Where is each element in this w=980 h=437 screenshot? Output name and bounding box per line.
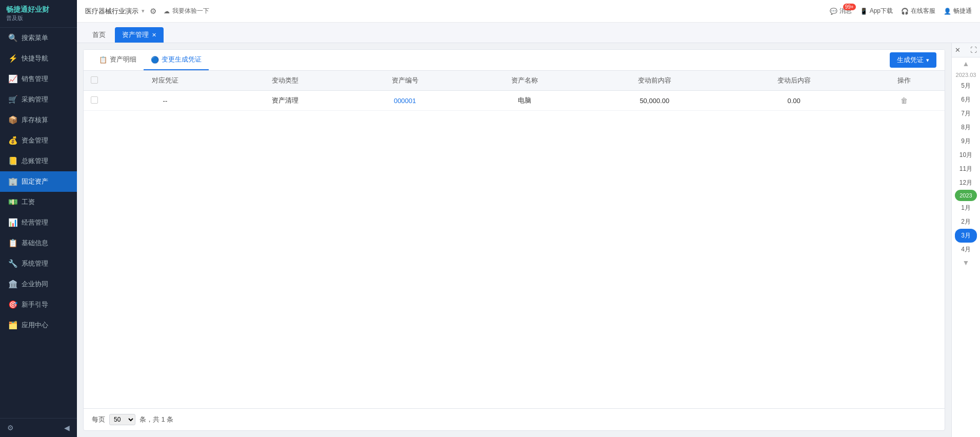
table-container: 对应凭证 变动类型 资产编号 资产名称 变动前内容 变动后内容 操作 -- 资产… xyxy=(84,71,945,408)
sidebar-icon-ledger: 📒 xyxy=(8,156,17,166)
tab-close-asset-mgmt[interactable]: ✕ xyxy=(152,32,156,38)
month-item-7月[interactable]: 7月 xyxy=(952,107,980,121)
sidebar-label-fixed-assets: 固定资产 xyxy=(22,177,48,186)
month-item-5月[interactable]: 5月 xyxy=(952,79,980,93)
tab-label-home: 首页 xyxy=(92,30,106,39)
sidebar-footer: ⚙ ◀ xyxy=(0,418,77,437)
topbar-online-service[interactable]: 🎧 在线客服 xyxy=(901,7,935,15)
table-body: -- 资产清理 000001 电脑 50,000.00 0.00 🗑 xyxy=(84,91,945,111)
month-item-9月[interactable]: 9月 xyxy=(952,134,980,148)
per-page-select[interactable]: 102050100 xyxy=(109,414,135,425)
sidebar-item-operations[interactable]: 📊 经营管理 xyxy=(0,212,77,233)
topbar-message[interactable]: 💬 消息 99+ xyxy=(830,7,852,15)
cell-action-0: 🗑 xyxy=(864,91,945,111)
experience-button[interactable]: ☁ 我要体验一下 xyxy=(164,7,209,15)
sidebar-icon-basic-info: 📋 xyxy=(8,239,17,248)
sidebar-item-funds[interactable]: 💰 资金管理 xyxy=(0,130,77,151)
sidebar-item-basic-info[interactable]: 📋 基础信息 xyxy=(0,233,77,253)
year-2023-label: 2023 xyxy=(955,190,977,201)
month-item-6月[interactable]: 6月 xyxy=(952,93,980,107)
subtab-label-change-voucher: 变更生成凭证 xyxy=(162,55,202,64)
month-item-1月[interactable]: 1月 xyxy=(952,201,980,215)
topbar-label-user: 畅捷通 xyxy=(953,7,972,15)
sidebar: 畅捷通好业财 普及版 🔍 搜索菜单 ⚡ 快捷导航 📈 销售管理 🛒 采购管理 📦… xyxy=(0,0,77,437)
topbar-app-download[interactable]: 📱 App下载 xyxy=(860,7,893,15)
sidebar-item-ledger[interactable]: 📒 总账管理 xyxy=(0,151,77,171)
month-item-4月[interactable]: 4月 xyxy=(952,243,980,256)
date-scroll-down-button[interactable]: ▼ xyxy=(952,256,980,269)
header-asset-name: 资产名称 xyxy=(465,71,585,91)
month-item-10月[interactable]: 10月 xyxy=(952,148,980,162)
month-item-12月[interactable]: 12月 xyxy=(952,176,980,190)
experience-text: 我要体验一下 xyxy=(172,7,209,15)
header-checkbox-col xyxy=(84,71,105,91)
sidebar-label-system: 系统管理 xyxy=(22,259,48,268)
month-item-3月[interactable]: 3月 xyxy=(955,229,977,243)
month-item-2月[interactable]: 2月 xyxy=(952,215,980,229)
subtab-change-voucher[interactable]: 🔵变更生成凭证 xyxy=(144,50,209,70)
topbar-label-app-download: App下载 xyxy=(870,7,893,15)
company-selector[interactable]: 医疗器械行业演示 ▾ xyxy=(85,7,145,16)
date-scroll-up-button[interactable]: ▲ xyxy=(952,57,980,70)
sidebar-label-funds: 资金管理 xyxy=(22,136,48,145)
cell-change-type-0: 资产清理 xyxy=(225,91,345,111)
month-item-8月[interactable]: 8月 xyxy=(952,121,980,134)
panel-expand-button[interactable]: ⛶ xyxy=(970,46,977,54)
header-change-type: 变动类型 xyxy=(225,71,345,91)
sidebar-item-fixed-assets[interactable]: 🏢 固定资产 xyxy=(0,171,77,192)
cell-voucher-0: -- xyxy=(105,91,225,111)
topbar-icon-user: 👤 xyxy=(944,8,951,15)
tab-asset-mgmt[interactable]: 资产管理✕ xyxy=(115,27,164,43)
collapse-icon[interactable]: ◀ xyxy=(64,424,70,432)
sidebar-item-guide[interactable]: 🎯 新手引导 xyxy=(0,294,77,315)
sidebar-item-purchase[interactable]: 🛒 采购管理 xyxy=(0,89,77,110)
sidebar-item-inventory[interactable]: 📦 库存核算 xyxy=(0,110,77,130)
total-text: 条，共 1 条 xyxy=(139,415,173,424)
sidebar-icon-inventory: 📦 xyxy=(8,115,17,125)
topbar: 医疗器械行业演示 ▾ ⚙ ☁ 我要体验一下 💬 消息 99+ 📱 App下载 🎧… xyxy=(77,0,980,23)
company-chevron-icon: ▾ xyxy=(142,8,145,14)
tab-label-asset-mgmt: 资产管理 xyxy=(122,30,149,39)
select-all-checkbox[interactable] xyxy=(91,76,98,84)
generate-voucher-button[interactable]: 生成凭证 ▾ xyxy=(890,52,936,68)
table-header: 对应凭证 变动类型 资产编号 资产名称 变动前内容 变动后内容 操作 xyxy=(84,71,945,91)
header-after-change: 变动后内容 xyxy=(724,71,864,91)
sidebar-icon-purchase: 🛒 xyxy=(8,95,17,104)
topbar-label-online-service: 在线客服 xyxy=(911,7,935,15)
sidebar-nav: 🔍 搜索菜单 ⚡ 快捷导航 📈 销售管理 🛒 采购管理 📦 库存核算 💰 资金管… xyxy=(0,28,77,418)
sidebar-item-quick-nav[interactable]: ⚡ 快捷导航 xyxy=(0,48,77,69)
sidebar-label-inventory: 库存核算 xyxy=(22,115,48,125)
sidebar-label-purchase: 采购管理 xyxy=(22,95,48,104)
subtab-asset-list[interactable]: 📋资产明细 xyxy=(92,50,144,70)
tab-home[interactable]: 首页 xyxy=(85,27,113,43)
panel-close-button[interactable]: ✕ xyxy=(955,46,961,54)
sidebar-item-system[interactable]: 🔧 系统管理 xyxy=(0,253,77,274)
month-item-11月[interactable]: 11月 xyxy=(952,162,980,176)
settings-icon[interactable]: ⚙ xyxy=(7,424,14,432)
logo-main: 畅捷通好业财 xyxy=(6,5,49,14)
sidebar-label-guide: 新手引导 xyxy=(22,300,48,309)
header-action: 操作 xyxy=(864,71,945,91)
topbar-gear-icon[interactable]: ⚙ xyxy=(150,7,156,16)
sidebar-item-sales[interactable]: 📈 销售管理 xyxy=(0,69,77,89)
sidebar-item-search[interactable]: 🔍 搜索菜单 xyxy=(0,28,77,48)
row-checkbox-0[interactable] xyxy=(91,96,98,104)
sidebar-item-app-center[interactable]: 🗂️ 应用中心 xyxy=(0,315,77,335)
sidebar-item-enterprise[interactable]: 🏛️ 企业协同 xyxy=(0,274,77,294)
cell-after-change-0: 0.00 xyxy=(724,91,864,111)
cell-asset-code-0: 000001 xyxy=(345,91,465,111)
subtab-icon-change-voucher: 🔵 xyxy=(151,56,159,64)
topbar-user[interactable]: 👤 畅捷通 xyxy=(944,7,972,15)
sidebar-icon-app-center: 🗂️ xyxy=(8,321,17,330)
badge-message: 99+ xyxy=(843,4,856,10)
sidebar-item-salary[interactable]: 💵 工资 xyxy=(0,192,77,212)
per-page-label: 每页 xyxy=(92,415,105,424)
delete-row-button-0[interactable]: 🗑 xyxy=(901,96,908,105)
table-header-row: 对应凭证 变动类型 资产编号 资产名称 变动前内容 变动后内容 操作 xyxy=(84,71,945,91)
sidebar-icon-sales: 📈 xyxy=(8,74,17,84)
page-body: 📋资产明细🔵变更生成凭证 生成凭证 ▾ 对应凭证 变动类型 xyxy=(83,49,945,431)
sidebar-icon-salary: 💵 xyxy=(8,197,17,207)
sidebar-label-salary: 工资 xyxy=(22,197,35,207)
sidebar-label-basic-info: 基础信息 xyxy=(22,239,48,248)
sidebar-icon-quick-nav: ⚡ xyxy=(8,54,17,63)
